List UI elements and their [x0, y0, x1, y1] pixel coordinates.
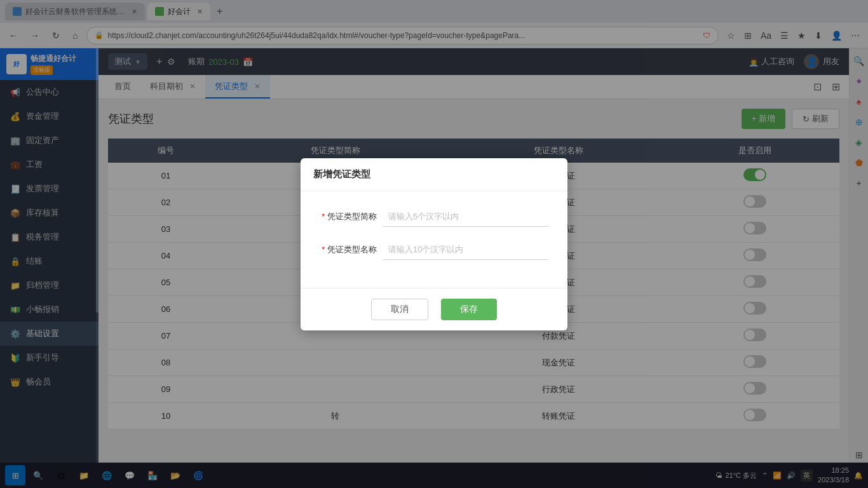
modal-title: 新增凭证类型	[313, 168, 370, 179]
form-row-short: 凭证类型简称	[320, 207, 548, 227]
cancel-button[interactable]: 取消	[371, 299, 428, 320]
modal-dialog: 新增凭证类型 凭证类型简称 凭证类型名称 取消 保存	[301, 158, 567, 330]
save-button[interactable]: 保存	[441, 299, 497, 320]
name-label: 凭证类型名称	[320, 244, 377, 255]
modal-header: 新增凭证类型	[301, 158, 567, 191]
name-input[interactable]	[383, 240, 548, 260]
modal-footer: 取消 保存	[301, 288, 567, 330]
short-label: 凭证类型简称	[320, 211, 377, 222]
form-row-name: 凭证类型名称	[320, 240, 548, 260]
modal-body: 凭证类型简称 凭证类型名称	[301, 191, 567, 288]
modal-overlay: 新增凭证类型 凭证类型简称 凭证类型名称 取消 保存	[0, 0, 868, 488]
short-input[interactable]	[383, 207, 548, 227]
